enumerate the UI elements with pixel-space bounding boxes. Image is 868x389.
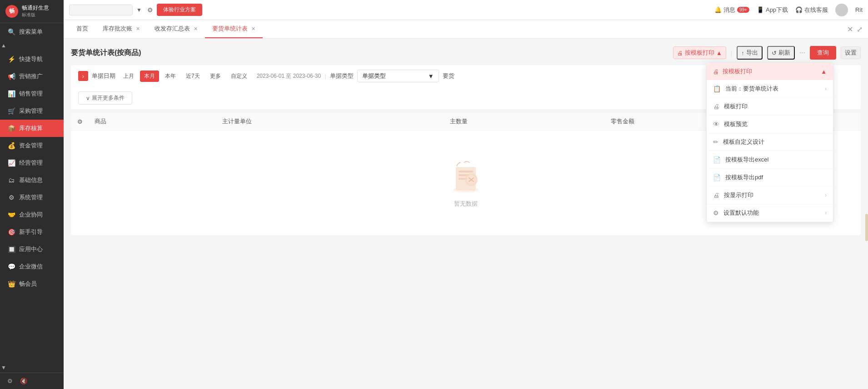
sidebar-label-wechat: 企业微信 <box>19 263 43 271</box>
more-icon[interactable]: ··· <box>799 49 805 57</box>
quick-nav-icon: ⚡ <box>7 56 15 63</box>
dropdown-item-template-preview[interactable]: 👁 模板预览 <box>707 116 833 133</box>
display-print-label: 按显示打印 <box>724 191 753 199</box>
sidebar-item-wechat[interactable]: 💬 企业微信 <box>0 258 64 275</box>
dropdown-item-template-print[interactable]: 🖨 模板打印 <box>707 98 833 116</box>
refresh-btn-label: 刷新 <box>778 49 790 57</box>
dropdown-sub-display-print[interactable]: 🖨 按显示打印 › <box>707 187 833 204</box>
tab-expand-icon[interactable]: ⤢ <box>857 25 863 34</box>
inventory-icon: 📦 <box>7 125 15 132</box>
dropdown-current-label: 当前：要货单统计表 <box>725 85 778 93</box>
export-btn-label: 导出 <box>746 49 758 57</box>
headset-icon: 🎧 <box>795 6 803 13</box>
template-custom-label: 模板自定义设计 <box>723 138 764 146</box>
sidebar-label-cooperation: 企业协同 <box>19 211 43 219</box>
tab-close-all-icon[interactable]: ✕ <box>847 25 853 34</box>
date-btn-this-year[interactable]: 本年 <box>161 71 180 82</box>
sidebar-item-finance[interactable]: 💰 资金管理 <box>0 137 64 154</box>
sidebar-item-guide[interactable]: 🎯 新手引导 <box>0 223 64 241</box>
empty-icon <box>448 158 484 194</box>
sidebar-search[interactable]: 🔍 搜索菜单 <box>0 23 64 40</box>
template-pdf-label: 按模板导出pdf <box>725 173 763 182</box>
settings-btn[interactable]: 设置 <box>841 46 861 59</box>
sidebar-label-guide: 新手引导 <box>19 228 43 236</box>
query-btn[interactable]: 查询 <box>810 46 836 60</box>
sidebar-item-inventory[interactable]: 📦 库存核算 <box>0 120 64 137</box>
content: 要货单统计表(按商品) 🖨 按模板打印 ▲ | ↑ 导出 ↺ 刷新 ··· 查询 <box>64 39 868 389</box>
order-type-select[interactable]: 单据类型 ▼ <box>357 70 439 82</box>
dropdown-item-template-custom[interactable]: ✏ 模板自定义设计 <box>707 133 833 151</box>
tab-order-stats[interactable]: 要货单统计表 ✕ <box>205 20 263 38</box>
logo-icon: 畅 <box>5 5 18 18</box>
sidebar-item-system[interactable]: ⚙ 系统管理 <box>0 189 64 206</box>
current-template-icon: 📋 <box>713 85 721 92</box>
expand-label: 展开更多条件 <box>92 94 125 102</box>
date-btn-more[interactable]: 更多 <box>206 71 225 82</box>
tab-batch-account-close[interactable]: ✕ <box>136 26 140 32</box>
topbar-search-input[interactable] <box>69 5 133 15</box>
dropdown-header[interactable]: 🖨 按模板打印 ▲ <box>707 63 833 80</box>
print-btn[interactable]: 🖨 按模板打印 ▲ <box>673 46 726 59</box>
sidebar-item-cooperation[interactable]: 🤝 企业协同 <box>0 206 64 223</box>
sidebar-item-purchase[interactable]: 🛒 采购管理 <box>0 102 64 120</box>
date-btn-this-month[interactable]: 本月 <box>140 71 159 82</box>
col-unit: 主计量单位 <box>217 113 444 131</box>
dropdown-chevron-up[interactable]: ▲ <box>821 68 827 75</box>
sidebar-item-quick-nav[interactable]: ⚡ 快捷导航 <box>0 51 64 68</box>
scroll-down-btn[interactable]: ▼ <box>0 363 7 373</box>
dropdown-sub-default-fn[interactable]: ⚙ 设置默认功能 › <box>707 204 833 222</box>
notification-badge: 99+ <box>737 7 749 13</box>
avatar[interactable] <box>835 4 848 16</box>
promo-btn[interactable]: 体验行业方案 <box>157 4 202 16</box>
refresh-btn[interactable]: ↺ 刷新 <box>767 46 795 60</box>
topbar-gear-icon[interactable]: ⚙ <box>147 6 153 14</box>
template-print-icon: 🖨 <box>713 103 719 110</box>
sidebar-item-sales[interactable]: 📊 销售管理 <box>0 85 64 102</box>
template-custom-icon: ✏ <box>713 138 718 146</box>
tab-receipt-summary[interactable]: 收发存汇总表 ✕ <box>147 20 205 38</box>
tab-order-stats-close[interactable]: ✕ <box>251 26 255 32</box>
date-btn-prev-month[interactable]: 上月 <box>119 71 138 82</box>
sidebar-label-sales: 销售管理 <box>19 90 43 98</box>
tab-home[interactable]: 首页 <box>69 20 95 38</box>
sidebar-label-marketing: 营销推广 <box>19 72 43 81</box>
tab-batch-account[interactable]: 库存批次账 ✕ <box>95 20 147 38</box>
sidebar-item-operations[interactable]: 📈 经营管理 <box>0 154 64 172</box>
sidebar-item-apps[interactable]: 🔲 应用中心 <box>0 241 64 258</box>
sidebar-item-member[interactable]: 👑 畅会员 <box>0 275 64 293</box>
dropdown-current[interactable]: 📋 当前：要货单统计表 › <box>707 80 833 98</box>
scroll-up-btn[interactable]: ▲ <box>0 40 7 51</box>
dropdown-item-template-excel[interactable]: 📄 按模板导出excel <box>707 151 833 169</box>
sidebar-item-basic[interactable]: 🗂 基础信息 <box>0 172 64 189</box>
settings-icon[interactable]: ⚙ <box>7 378 13 384</box>
template-excel-icon: 📄 <box>713 156 721 163</box>
topbar-dropdown-arrow[interactable]: ▼ <box>136 7 142 13</box>
date-btn-7days[interactable]: 近7天 <box>182 71 204 82</box>
col-settings[interactable]: ⚙ <box>71 113 89 131</box>
dropdown-printer-icon: 🖨 <box>713 68 719 75</box>
notification-btn[interactable]: 🔔 消息 99+ <box>714 6 749 14</box>
filter-collapse-btn[interactable]: › <box>78 71 88 81</box>
tab-receipt-summary-close[interactable]: ✕ <box>194 26 198 32</box>
export-icon: ↑ <box>741 50 744 56</box>
date-buttons: 上月 本月 本年 近7天 更多 自定义 <box>119 71 251 82</box>
sidebar-label-apps: 应用中心 <box>19 245 43 253</box>
expand-more-btn[interactable]: ∨ 展开更多条件 <box>78 91 132 105</box>
filter-sep1: | <box>324 73 326 80</box>
app-download-btn[interactable]: 📱 App下载 <box>757 6 788 14</box>
basic-icon: 🗂 <box>7 177 15 184</box>
app-download-label: App下载 <box>766 6 788 14</box>
topbar-right: 🔔 消息 99+ 📱 App下载 🎧 在线客服 Rit <box>714 4 863 16</box>
online-service-btn[interactable]: 🎧 在线客服 <box>795 6 828 14</box>
sales-icon: 📊 <box>7 90 15 97</box>
topbar: ▼ ⚙ 体验行业方案 🔔 消息 99+ 📱 App下载 🎧 在线客服 Rit <box>64 0 868 20</box>
sidebar-label-basic: 基础信息 <box>19 176 43 184</box>
date-btn-custom[interactable]: 自定义 <box>227 71 251 82</box>
notification-label: 消息 <box>723 6 735 14</box>
template-preview-icon: 👁 <box>713 121 719 128</box>
mute-icon[interactable]: 🔇 <box>20 378 27 384</box>
sidebar-item-marketing[interactable]: 📢 营销推广 <box>0 68 64 85</box>
export-btn[interactable]: ↑ 导出 <box>737 46 763 60</box>
dropdown-item-template-pdf[interactable]: 📄 按模板导出pdf <box>707 169 833 187</box>
date-range: 2023-06-01 至 2023-06-30 <box>257 72 321 80</box>
